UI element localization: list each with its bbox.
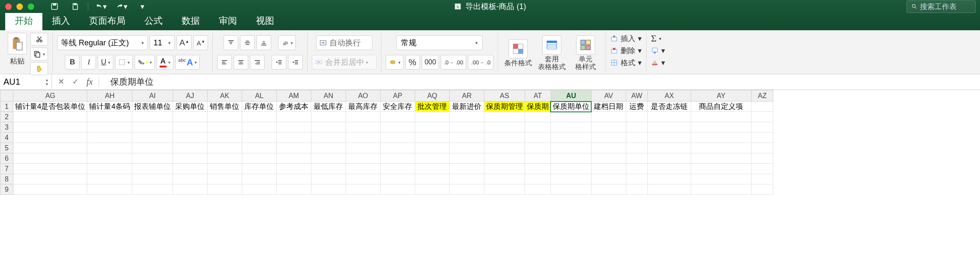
cell-AZ9[interactable]	[751, 184, 773, 195]
col-header-AI[interactable]: AI	[132, 90, 173, 102]
cell-AS1[interactable]: 保质期管理	[484, 102, 525, 112]
cell-AP4[interactable]	[380, 133, 415, 143]
cell-AS9[interactable]	[484, 184, 525, 195]
align-bottom-button[interactable]	[256, 35, 271, 50]
cell-AM5[interactable]	[276, 143, 311, 153]
cell-AL8[interactable]	[242, 174, 276, 184]
cell-AS4[interactable]	[484, 133, 525, 143]
cell-AZ6[interactable]	[751, 153, 773, 164]
cell-AP2[interactable]	[380, 112, 415, 122]
row-header-3[interactable]: 3	[0, 122, 13, 133]
cell-AY3[interactable]	[691, 122, 751, 133]
cell-AI3[interactable]	[132, 122, 173, 133]
cell-AH4[interactable]	[87, 133, 132, 143]
close-window-button[interactable]	[5, 3, 12, 10]
cell-AP7[interactable]	[380, 164, 415, 174]
cell-AG2[interactable]	[13, 112, 87, 122]
tab-home[interactable]: 开始	[5, 12, 42, 30]
cell-AU2[interactable]	[551, 112, 591, 122]
cell-AO9[interactable]	[346, 184, 380, 195]
col-header-AO[interactable]: AO	[346, 90, 380, 102]
cell-AO7[interactable]	[346, 164, 380, 174]
cell-AM2[interactable]	[276, 112, 311, 122]
col-header-AL[interactable]: AL	[242, 90, 276, 102]
cell-AI2[interactable]	[132, 112, 173, 122]
comma-format-button[interactable]: 000	[422, 55, 439, 70]
cell-AG9[interactable]	[13, 184, 87, 195]
cell-AU5[interactable]	[551, 143, 591, 153]
cell-AG4[interactable]	[13, 133, 87, 143]
merge-center-button[interactable]: 合并后居中▾	[312, 55, 377, 70]
cell-AH5[interactable]	[87, 143, 132, 153]
font-size-select[interactable]: 11▾	[150, 35, 175, 50]
formula-content[interactable]: 保质期单位	[105, 76, 154, 88]
cell-AW8[interactable]	[626, 174, 647, 184]
cell-AT5[interactable]	[525, 143, 551, 153]
cell-AT1[interactable]: 保质期	[525, 102, 551, 112]
cell-AN1[interactable]: 最低库存	[311, 102, 346, 112]
cell-AT2[interactable]	[525, 112, 551, 122]
cell-AL9[interactable]	[242, 184, 276, 195]
cell-AO3[interactable]	[346, 122, 380, 133]
format-cells-button[interactable]: 格式▾	[610, 57, 642, 68]
cell-AY5[interactable]	[691, 143, 751, 153]
cell-AK5[interactable]	[207, 143, 242, 153]
name-box[interactable]: AU1 ▴▾	[0, 74, 52, 89]
cell-AT7[interactable]	[525, 164, 551, 174]
cell-AN5[interactable]	[311, 143, 346, 153]
cell-AU3[interactable]	[551, 122, 591, 133]
cell-AV2[interactable]	[591, 112, 626, 122]
cell-AP1[interactable]: 安全库存	[380, 102, 415, 112]
cell-AI8[interactable]	[132, 174, 173, 184]
select-all-corner[interactable]	[0, 90, 13, 102]
cell-AV5[interactable]	[591, 143, 626, 153]
cell-AK4[interactable]	[207, 133, 242, 143]
col-header-AH[interactable]: AH	[87, 90, 132, 102]
col-header-AS[interactable]: AS	[484, 90, 525, 102]
col-header-AZ[interactable]: AZ	[751, 90, 773, 102]
col-header-AJ[interactable]: AJ	[173, 90, 207, 102]
cell-AR8[interactable]	[449, 174, 484, 184]
cell-AQ4[interactable]	[415, 133, 449, 143]
cell-AR3[interactable]	[449, 122, 484, 133]
col-header-AP[interactable]: AP	[380, 90, 415, 102]
cell-AV9[interactable]	[591, 184, 626, 195]
wrap-text-button[interactable]: 自动换行	[316, 35, 372, 50]
cell-AQ3[interactable]	[415, 122, 449, 133]
cell-AM4[interactable]	[276, 133, 311, 143]
cell-AX7[interactable]	[647, 164, 691, 174]
cell-AJ2[interactable]	[173, 112, 207, 122]
save-button[interactable]	[66, 1, 84, 12]
cell-AX3[interactable]	[647, 122, 691, 133]
conditional-format-button[interactable]: 条件格式	[503, 39, 534, 67]
cell-AM3[interactable]	[276, 122, 311, 133]
row-header-1[interactable]: 1	[0, 102, 13, 112]
align-top-button[interactable]	[224, 35, 238, 50]
cell-AZ3[interactable]	[751, 122, 773, 133]
align-right-button[interactable]	[250, 55, 265, 70]
row-header-8[interactable]: 8	[0, 174, 13, 184]
cell-AQ5[interactable]	[415, 143, 449, 153]
cell-AK6[interactable]	[207, 153, 242, 164]
cell-AY6[interactable]	[691, 153, 751, 164]
fill-color-button[interactable]: ▾	[135, 55, 155, 70]
row-header-5[interactable]: 5	[0, 143, 13, 153]
col-header-AG[interactable]: AG	[13, 90, 87, 102]
cell-AX4[interactable]	[647, 133, 691, 143]
cell-AJ5[interactable]	[173, 143, 207, 153]
cell-AL7[interactable]	[242, 164, 276, 174]
cell-AJ9[interactable]	[173, 184, 207, 195]
percent-format-button[interactable]: %	[405, 55, 420, 70]
cell-AZ2[interactable]	[751, 112, 773, 122]
align-center-button[interactable]	[234, 55, 248, 70]
cell-AY8[interactable]	[691, 174, 751, 184]
cell-AH6[interactable]	[87, 153, 132, 164]
col-header-AV[interactable]: AV	[591, 90, 626, 102]
tab-view[interactable]: 视图	[247, 12, 284, 30]
col-header-AQ[interactable]: AQ	[415, 90, 449, 102]
format-painter-button[interactable]	[30, 62, 48, 75]
cell-AP3[interactable]	[380, 122, 415, 133]
cell-AM9[interactable]	[276, 184, 311, 195]
bold-button[interactable]: B	[65, 55, 80, 70]
cell-AM1[interactable]: 参考成本	[276, 102, 311, 112]
